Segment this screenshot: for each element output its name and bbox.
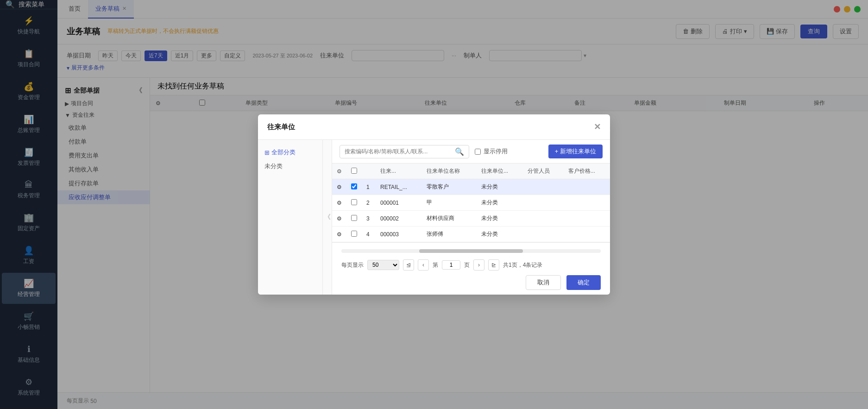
modal-overlay[interactable]: 往来单位 ✕ ⊞ 全部分类 未分类 《 🔍 (0, 0, 868, 409)
confirm-button[interactable]: 确定 (566, 275, 601, 290)
modal-action-btns: 取消 确定 (341, 275, 601, 290)
row-name: 材料供应商 (422, 211, 477, 227)
row-id: 1 (362, 179, 376, 195)
show-disabled-checkbox[interactable] (475, 149, 481, 155)
modal-th-category: 往来单位... (477, 164, 523, 179)
row-settings[interactable]: ⚙ (332, 227, 346, 242)
row-name: 甲 (422, 195, 477, 211)
modal-body: ⊞ 全部分类 未分类 《 🔍 显示停用 (258, 140, 610, 295)
modal-th-salesperson: 分管人员 (523, 164, 563, 179)
show-disabled-label[interactable]: 显示停用 (475, 147, 508, 156)
modal-th-settings[interactable]: ⚙ (332, 164, 346, 179)
row-code: 000003 (376, 227, 422, 242)
row-settings[interactable]: ⚙ (332, 211, 346, 227)
row-checkbox[interactable] (346, 227, 362, 242)
row-id: 4 (362, 227, 376, 242)
row-checkbox[interactable] (346, 179, 362, 195)
modal-th-checkbox[interactable] (346, 164, 362, 179)
row-salesperson (523, 195, 563, 211)
row-select-checkbox[interactable] (351, 183, 357, 189)
modal-table-area[interactable]: ⚙ 往来... 往来单位名称 (332, 164, 610, 242)
row-category: 未分类 (477, 211, 523, 227)
cancel-button[interactable]: 取消 (526, 275, 561, 290)
last-page-btn[interactable]: ⊵ (488, 259, 499, 271)
modal-title: 往来单位 (267, 123, 295, 132)
next-page-btn[interactable]: › (473, 259, 484, 271)
modal-close-btn[interactable]: ✕ (594, 122, 601, 132)
modal-sidebar-header: ⊞ 全部分类 (258, 145, 322, 159)
modal-select-all[interactable] (351, 168, 357, 174)
add-counterpart-btn[interactable]: + 新增往来单位 (548, 145, 603, 158)
modal-scrollbar-thumb[interactable] (419, 249, 523, 253)
modal-sidebar-collapse-btn[interactable]: 《 (323, 140, 332, 295)
grid-icon: ⊞ (264, 149, 270, 156)
modal-th-name: 往来单位名称 (422, 164, 477, 179)
row-settings[interactable]: ⚙ (332, 195, 346, 211)
row-price-level (564, 195, 610, 211)
page-number-input[interactable] (442, 260, 460, 270)
modal-table-row[interactable]: ⚙ 4 000003 张师傅 未分类 (332, 227, 610, 242)
modal-sidebar: ⊞ 全部分类 未分类 (258, 140, 323, 295)
row-checkbox[interactable] (346, 195, 362, 211)
row-code: RETAIL_... (376, 179, 422, 195)
modal-scrollbar[interactable] (341, 249, 601, 253)
modal-table-row[interactable]: ⚙ 3 000002 材料供应商 未分类 (332, 211, 610, 227)
search-icon: 🔍 (455, 147, 464, 156)
modal-table-row[interactable]: ⚙ 2 000001 甲 未分类 (332, 195, 610, 211)
modal-th-code: 往来... (376, 164, 422, 179)
modal-table-row[interactable]: ⚙ 1 RETAIL_... 零散客户 未分类 (332, 179, 610, 195)
row-id: 2 (362, 195, 376, 211)
modal-toolbar: 🔍 显示停用 + 新增往来单位 (332, 140, 610, 164)
row-salesperson (523, 211, 563, 227)
modal-search-input[interactable] (345, 148, 452, 155)
row-category: 未分类 (477, 227, 523, 242)
row-select-checkbox[interactable] (351, 199, 357, 205)
modal-footer: 每页显示 50 20 100 ⊴ ‹ 第 页 › ⊵ 共1页，4条记录 (332, 242, 610, 295)
row-price-level (564, 211, 610, 227)
modal-sidebar-item-unclassified[interactable]: 未分类 (258, 159, 322, 173)
modal-content: 🔍 显示停用 + 新增往来单位 ⚙ (332, 140, 610, 295)
row-checkbox[interactable] (346, 211, 362, 227)
row-salesperson (523, 179, 563, 195)
row-settings[interactable]: ⚙ (332, 179, 346, 195)
row-code: 000001 (376, 195, 422, 211)
per-page-select[interactable]: 50 20 100 (367, 260, 399, 270)
row-code: 000002 (376, 211, 422, 227)
modal-table: ⚙ 往来... 往来单位名称 (332, 164, 610, 242)
modal-th-price-level: 客户价格... (564, 164, 610, 179)
row-category: 未分类 (477, 195, 523, 211)
modal-header: 往来单位 ✕ (258, 114, 610, 140)
row-salesperson (523, 227, 563, 242)
modal-search-box[interactable]: 🔍 (340, 145, 469, 158)
row-name: 张师傅 (422, 227, 477, 242)
row-name: 零散客户 (422, 179, 477, 195)
row-price-level (564, 179, 610, 195)
modal-pagination: 每页显示 50 20 100 ⊴ ‹ 第 页 › ⊵ 共1页，4条记录 (341, 259, 601, 271)
row-price-level (564, 227, 610, 242)
modal-th-index (362, 164, 376, 179)
counterpart-modal: 往来单位 ✕ ⊞ 全部分类 未分类 《 🔍 (258, 114, 610, 295)
row-category: 未分类 (477, 179, 523, 195)
prev-page-btn[interactable]: ‹ (418, 259, 429, 271)
row-id: 3 (362, 211, 376, 227)
row-select-checkbox[interactable] (351, 231, 357, 237)
row-select-checkbox[interactable] (351, 215, 357, 221)
first-page-btn[interactable]: ⊴ (403, 259, 414, 271)
